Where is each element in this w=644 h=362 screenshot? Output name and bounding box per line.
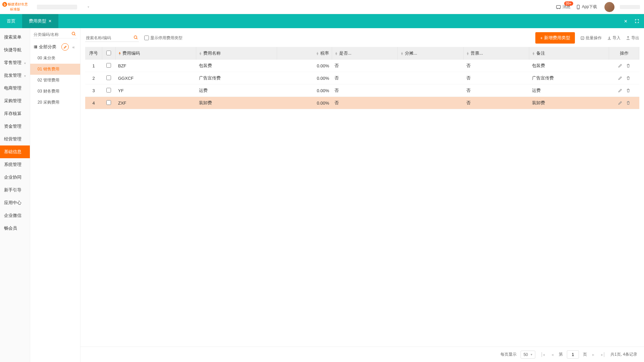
message-icon <box>556 4 561 10</box>
row-checkbox[interactable] <box>106 63 111 68</box>
category-header-left[interactable]: 全部分类 <box>34 44 56 50</box>
category-search-input[interactable] <box>33 31 77 39</box>
category-item-2[interactable]: 02 管理费用 <box>30 75 80 86</box>
trash-icon <box>626 63 631 68</box>
collapse-panel-button[interactable]: « <box>70 45 77 50</box>
row-checkbox[interactable] <box>106 100 111 105</box>
cell-index: 2 <box>85 72 102 84</box>
sidebar-item-3[interactable]: 批发管理 <box>0 69 30 82</box>
row-checkbox[interactable] <box>106 75 111 80</box>
cell-checkbox <box>102 84 115 97</box>
logo[interactable]: b畅捷通好生意 标准版 <box>0 0 30 14</box>
col-code[interactable]: ▲▼费用编码 <box>115 47 196 60</box>
layout: 搜索菜单快捷导航零售管理批发管理电商管理采购管理库存核算资金管理经营管理基础信息… <box>0 28 644 362</box>
batch-icon <box>580 36 585 40</box>
category-edit-button[interactable] <box>61 43 69 51</box>
svg-rect-6 <box>34 47 35 47</box>
sidebar-item-6[interactable]: 库存核算 <box>0 107 30 120</box>
prev-page-button[interactable]: ◂ <box>550 352 555 357</box>
col-operation: 操作 <box>609 47 639 60</box>
user-name[interactable] <box>620 5 640 9</box>
cell-checkbox <box>102 60 115 72</box>
table-search-input[interactable] <box>85 34 139 42</box>
select-all-checkbox[interactable] <box>106 51 111 55</box>
sidebar-item-1[interactable]: 快捷导航 <box>0 44 30 56</box>
col-checkbox[interactable] <box>102 47 115 60</box>
tabs: 首页 费用类型 ✕ <box>0 14 58 28</box>
category-item-0[interactable]: 00 未分类 <box>30 53 80 64</box>
cell-name: 广告宣传费 <box>196 72 277 84</box>
svg-point-3 <box>72 32 75 35</box>
sidebar-item-15[interactable]: 畅会员 <box>0 222 30 235</box>
company-selector[interactable]: ▾ <box>33 0 93 14</box>
edit-icon <box>63 45 67 49</box>
cell-is: 否 <box>332 72 397 84</box>
add-new-button[interactable]: + 新增费用类型 <box>535 32 575 44</box>
export-button[interactable]: 导出 <box>626 35 639 41</box>
page-input[interactable] <box>567 350 579 359</box>
fullscreen-button[interactable] <box>633 17 641 25</box>
sidebar-item-2[interactable]: 零售管理 <box>0 56 30 69</box>
sidebar-item-7[interactable]: 资金管理 <box>0 120 30 133</box>
category-panel: 全部分类 « 00 未分类01 销售费用02 管理费用03 财务费用20 采购费… <box>30 28 80 362</box>
category-item-1[interactable]: 01 销售费用 <box>30 64 80 75</box>
next-page-button[interactable]: ▸ <box>591 352 596 357</box>
messages-link[interactable]: 消息 99+ <box>556 4 571 10</box>
table-row[interactable]: 4ZXF装卸费0.00%否否装卸费 <box>85 97 639 109</box>
sidebar-item-0[interactable]: 搜索菜单 <box>0 31 30 44</box>
sidebar-item-14[interactable]: 企业微信 <box>0 209 30 222</box>
tab-home[interactable]: 首页 <box>0 14 22 28</box>
avatar[interactable] <box>604 2 614 12</box>
edit-row-button[interactable] <box>618 101 623 105</box>
table-row[interactable]: 3YF运费0.00%否否运费 <box>85 84 639 97</box>
col-rate[interactable]: ▲▼税率 <box>277 47 332 60</box>
table-row[interactable]: 1BZF包装费0.00%否否包装费 <box>85 60 639 72</box>
per-page-label: 每页显示 <box>500 352 517 357</box>
show-disabled-checkbox[interactable]: 显示停用费用类型 <box>144 35 182 41</box>
row-checkbox[interactable] <box>106 88 111 93</box>
first-page-button[interactable]: ⎮◂ <box>539 352 546 357</box>
sidebar-item-label: 基础信息 <box>4 149 21 155</box>
per-page-select[interactable]: 50 ▾ <box>521 351 535 359</box>
delete-row-button[interactable] <box>626 101 631 105</box>
app-download-link[interactable]: App下载 <box>576 4 597 10</box>
edit-row-button[interactable] <box>618 63 623 68</box>
sidebar-item-12[interactable]: 新手引导 <box>0 184 30 196</box>
show-disabled-checkbox-input[interactable] <box>144 36 149 40</box>
sidebar-item-4[interactable]: 电商管理 <box>0 82 30 95</box>
sidebar-item-10[interactable]: 系统管理 <box>0 158 30 171</box>
import-button[interactable]: 导入 <box>607 35 621 41</box>
col-alloc[interactable]: ▲▼分摊... <box>397 47 463 60</box>
table-search <box>85 34 139 42</box>
svg-rect-8 <box>35 46 37 46</box>
close-all-tabs-button[interactable]: ✕ <box>621 17 630 25</box>
close-icon[interactable]: ✕ <box>48 19 52 23</box>
table-row[interactable]: 2GGXCF广告宣传费0.00%否否广告宣传费 <box>85 72 639 84</box>
delete-row-button[interactable] <box>626 88 631 93</box>
sidebar-item-5[interactable]: 采购管理 <box>0 95 30 107</box>
category-item-4[interactable]: 20 采购费用 <box>30 97 80 108</box>
col-index[interactable]: 序号 <box>85 47 102 60</box>
sidebar-item-9[interactable]: 基础信息 <box>0 145 30 158</box>
tab-expense-type[interactable]: 费用类型 ✕ <box>22 14 58 28</box>
col-name[interactable]: ▲▼费用名称 <box>196 47 277 60</box>
logo-subtitle: 标准版 <box>10 7 20 12</box>
toolbar: 显示停用费用类型 + 新增费用类型 批量操作 导入 <box>80 30 644 47</box>
edit-row-button[interactable] <box>618 88 623 93</box>
last-page-button[interactable]: ▸⎮ <box>600 352 606 357</box>
sidebar-item-11[interactable]: 企业协同 <box>0 171 30 184</box>
search-icon[interactable] <box>71 32 76 36</box>
edit-row-button[interactable] <box>618 76 623 80</box>
search-icon[interactable] <box>133 35 138 40</box>
pagination-footer: 每页显示 50 ▾ ⎮◂ ◂ 第 页 ▸ ▸⎮ 共1页, 4条记录 <box>80 347 644 362</box>
sidebar-item-8[interactable]: 经营管理 <box>0 133 30 145</box>
col-ticket[interactable]: ▲▼普票... <box>464 47 529 60</box>
category-item-3[interactable]: 03 财务费用 <box>30 86 80 97</box>
col-remark[interactable]: ▲▼备注 <box>529 47 609 60</box>
sidebar-item-13[interactable]: 应用中心 <box>0 196 30 209</box>
batch-button[interactable]: 批量操作 <box>580 35 602 41</box>
delete-row-button[interactable] <box>626 63 631 68</box>
delete-row-button[interactable] <box>626 76 631 80</box>
col-is[interactable]: ▲▼是否... <box>332 47 397 60</box>
show-disabled-label: 显示停用费用类型 <box>150 35 182 41</box>
